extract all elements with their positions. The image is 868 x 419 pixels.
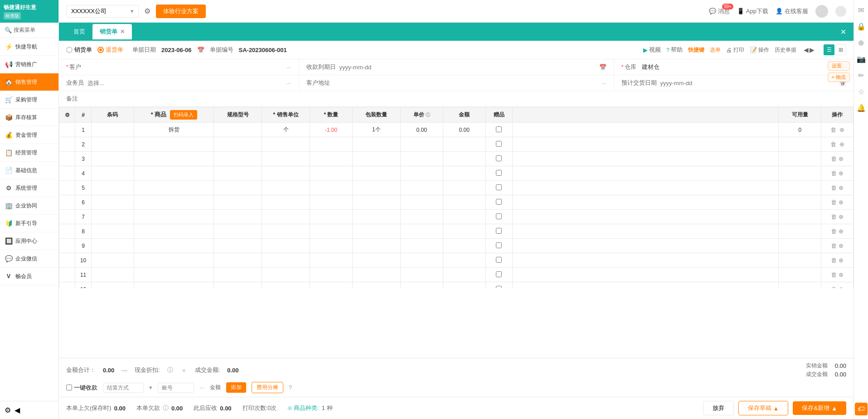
copy-icon-8[interactable]: ⊕ bbox=[839, 228, 844, 235]
save-new-button[interactable]: 保存&新增 ▲ bbox=[793, 401, 846, 415]
delete-icon-3[interactable]: 🗑 bbox=[831, 155, 837, 162]
gift-checkbox-10[interactable] bbox=[496, 257, 502, 263]
sidebar-item-operations[interactable]: 📋 经营管理 bbox=[0, 144, 58, 162]
copy-icon-9[interactable]: ⊕ bbox=[839, 242, 844, 249]
settings-icon[interactable]: ⚙ bbox=[5, 406, 11, 414]
delete-icon-5[interactable]: 🗑 bbox=[831, 184, 837, 191]
addr-dots[interactable]: ··· bbox=[601, 80, 606, 87]
list-view-btn[interactable]: ☰ bbox=[824, 44, 834, 55]
search-menu[interactable]: 🔍 搜索菜单 bbox=[0, 23, 58, 38]
add-button[interactable]: 添加 bbox=[226, 382, 246, 393]
salesperson-dots[interactable]: ··· bbox=[286, 80, 291, 87]
delete-icon-4[interactable]: 🗑 bbox=[831, 170, 837, 177]
delete-icon-6[interactable]: 🗑 bbox=[831, 199, 837, 206]
gift-checkbox-11[interactable] bbox=[496, 271, 502, 277]
owed-help-icon[interactable]: ⓘ bbox=[163, 404, 169, 412]
help-circle-icon[interactable]: ⓘ bbox=[167, 366, 173, 374]
print-btn[interactable]: 🖨打印 bbox=[726, 46, 744, 54]
collapse-icon[interactable]: ◀ bbox=[15, 406, 20, 414]
trial-button[interactable]: 体验行业方案 bbox=[156, 5, 206, 18]
customer-dots[interactable]: ··· bbox=[286, 64, 291, 71]
right-bell-icon[interactable]: 🔔 bbox=[855, 101, 868, 114]
settle-method-input[interactable] bbox=[103, 383, 144, 393]
payment-due-input[interactable] bbox=[339, 64, 596, 71]
gift-checkbox-12[interactable] bbox=[496, 286, 502, 289]
right-star-icon[interactable]: ☆ bbox=[855, 85, 868, 98]
tab-home[interactable]: 首页 bbox=[66, 24, 92, 39]
gift-checkbox-8[interactable] bbox=[496, 228, 502, 234]
delete-icon-7[interactable]: 🗑 bbox=[831, 213, 837, 220]
gift-checkbox-3[interactable] bbox=[496, 155, 502, 161]
sidebar-item-capital[interactable]: 💰 资金管理 bbox=[0, 126, 58, 144]
copy-icon-7[interactable]: ⊕ bbox=[839, 213, 844, 220]
ops-btn[interactable]: 📝操作 bbox=[750, 46, 769, 54]
sidebar-item-purchase[interactable]: 🛒 采购管理 bbox=[0, 91, 58, 109]
copy-icon-1[interactable]: ⊕ bbox=[839, 126, 844, 133]
gift-checkbox-7[interactable] bbox=[496, 213, 502, 219]
delete-icon-10[interactable]: 🗑 bbox=[831, 257, 837, 264]
gift-checkbox-1[interactable] bbox=[496, 126, 502, 132]
prev-icon[interactable]: ◀ bbox=[804, 46, 809, 53]
message-button[interactable]: 💬 消息 99+ bbox=[709, 7, 730, 15]
sidebar-item-newbie[interactable]: 🔰 新手引导 bbox=[0, 215, 58, 232]
shortcut-btn[interactable]: 快捷键 bbox=[688, 46, 704, 54]
settle-dropdown-icon[interactable]: ▾ bbox=[149, 384, 152, 391]
salesperson-input[interactable] bbox=[87, 80, 283, 87]
copy-icon-12[interactable]: ⊕ bbox=[839, 286, 844, 288]
delete-icon-8[interactable]: 🗑 bbox=[831, 228, 837, 235]
sidebar-item-enterprise[interactable]: 🏢 企业协同 bbox=[0, 197, 58, 215]
discard-button[interactable]: 放弃 bbox=[703, 401, 734, 415]
collect-check[interactable] bbox=[66, 385, 72, 390]
gift-checkbox-6[interactable] bbox=[496, 199, 502, 205]
settings-gear-icon[interactable]: ⚙ bbox=[144, 7, 150, 15]
select-btn[interactable]: 选单 bbox=[710, 46, 721, 54]
tab-close-all-icon[interactable]: ✕ bbox=[840, 28, 846, 36]
right-add-icon[interactable]: ⊕ bbox=[855, 36, 868, 49]
sidebar-item-basic[interactable]: 📄 基础信息 bbox=[0, 162, 58, 179]
help-btn[interactable]: ?帮助 bbox=[666, 46, 683, 54]
customer-input[interactable] bbox=[85, 64, 283, 71]
avatar[interactable] bbox=[815, 5, 828, 18]
copy-icon-4[interactable]: ⊕ bbox=[839, 170, 844, 177]
account-dots[interactable]: ··· bbox=[199, 384, 204, 391]
sidebar-item-inventory[interactable]: 📦 库存核算 bbox=[0, 109, 58, 126]
logistics-btn[interactable]: + 物流 bbox=[828, 72, 850, 82]
col-settings[interactable]: ⚙ bbox=[59, 107, 75, 123]
copy-icon-3[interactable]: ⊕ bbox=[839, 155, 844, 162]
tab-close-icon[interactable]: ✕ bbox=[120, 29, 125, 35]
copy-icon-6[interactable]: ⊕ bbox=[839, 199, 844, 206]
right-edit-icon[interactable]: ✏ bbox=[855, 69, 868, 82]
copy-icon-5[interactable]: ⊕ bbox=[839, 184, 844, 191]
calendar-icon[interactable]: 📅 bbox=[197, 47, 204, 53]
delete-icon-1[interactable]: 🗑 bbox=[830, 126, 836, 133]
company-selector[interactable]: XXXXXX公司 ▾ bbox=[66, 5, 139, 18]
scan-button[interactable]: 扫码录入 bbox=[170, 110, 197, 120]
gift-checkbox-2[interactable] bbox=[496, 141, 502, 147]
history-btn[interactable]: 历史单据 bbox=[775, 46, 796, 54]
setup-btn[interactable]: 设置 bbox=[828, 61, 850, 71]
tab-sales-order[interactable]: 销货单 ✕ bbox=[92, 24, 132, 39]
next-icon[interactable]: ▶ bbox=[810, 46, 815, 53]
gift-checkbox-4[interactable] bbox=[496, 170, 502, 176]
payment-calendar-icon[interactable]: 📅 bbox=[599, 64, 606, 71]
copy-icon-11[interactable]: ⊕ bbox=[839, 271, 844, 278]
sidebar-item-wechat[interactable]: 💬 企业微信 bbox=[0, 250, 58, 268]
remarks-input[interactable] bbox=[82, 96, 846, 102]
delete-icon-9[interactable]: 🗑 bbox=[831, 242, 837, 249]
delete-icon-2[interactable]: 🗑 bbox=[830, 141, 836, 148]
fee-help-icon[interactable]: ? bbox=[289, 384, 292, 391]
copy-icon-10[interactable]: ⊕ bbox=[839, 257, 844, 264]
sidebar-item-appstore[interactable]: 🔲 应用中心 bbox=[0, 232, 58, 250]
gift-checkbox-9[interactable] bbox=[496, 242, 502, 248]
delete-icon-12[interactable]: 🗑 bbox=[831, 286, 837, 288]
customer-addr-input[interactable] bbox=[334, 80, 598, 87]
sidebar-item-sales[interactable]: 🏠 销售管理 bbox=[0, 73, 58, 91]
right-message-icon[interactable]: ✉ bbox=[855, 4, 868, 16]
grid-view-btn[interactable]: ⊞ bbox=[835, 44, 846, 55]
right-lock-icon[interactable]: 🔒 bbox=[855, 20, 868, 33]
sidebar-item-quick-nav[interactable]: ⚡ 快捷导航 bbox=[0, 38, 58, 56]
gift-checkbox-5[interactable] bbox=[496, 184, 502, 190]
draft-button[interactable]: 保存草稿 ▲ bbox=[738, 401, 789, 415]
online-service-button[interactable]: 👤 在线客服 bbox=[776, 7, 808, 15]
radio-return[interactable]: 退货单 bbox=[97, 46, 123, 54]
